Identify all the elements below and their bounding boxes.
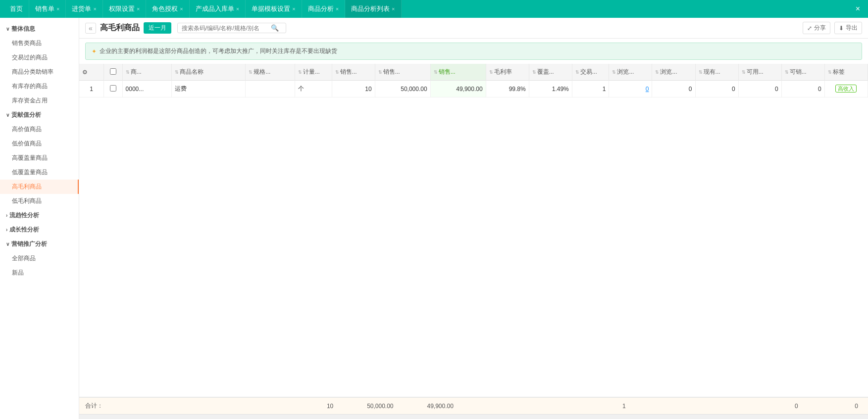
- nav-close-purchase[interactable]: ×: [93, 6, 96, 12]
- search-box: 🔍: [177, 23, 286, 33]
- nav-close-roles[interactable]: ×: [180, 6, 183, 12]
- td-code: 0000...: [122, 81, 172, 97]
- sidebar-group-marketing[interactable]: ∨ 营销推广分析: [0, 237, 79, 251]
- sidebar-item-high-value[interactable]: 高价值商品: [0, 122, 79, 137]
- td-sellable-stock: 0: [781, 81, 824, 97]
- close-all-tabs[interactable]: ×: [852, 2, 864, 15]
- th-coverage[interactable]: ⇅覆盖...: [529, 64, 572, 81]
- td-available-stock: 0: [738, 81, 781, 97]
- th-sales-cost[interactable]: ⇅销售...: [430, 64, 486, 81]
- th-pageviews-a[interactable]: ⇅浏览...: [609, 64, 652, 81]
- td-name: 运费: [172, 81, 246, 97]
- nav-item-products[interactable]: 产成品入库单 ×: [190, 0, 246, 18]
- bottom-scrollbar[interactable]: [79, 414, 868, 419]
- nav-close-sales[interactable]: ×: [56, 6, 59, 12]
- td-unit: 个: [295, 81, 332, 97]
- sidebar-collapse-button[interactable]: «: [85, 23, 96, 34]
- th-current-stock[interactable]: ⇅现有...: [695, 64, 738, 81]
- td-gross-margin: 99.8%: [486, 81, 529, 97]
- content-panel: « 高毛利商品 近一月 🔍 ⤢ 分享 ⬇ 导出 ✦ 企业的主要的利润都是这部分商…: [79, 18, 868, 419]
- td-transactions: 1: [572, 81, 609, 97]
- th-checkbox: [104, 64, 122, 81]
- nav-item-home[interactable]: 首页: [4, 0, 29, 18]
- th-transactions[interactable]: ⇅交易...: [572, 64, 609, 81]
- footer-cell-empty3: [630, 403, 742, 410]
- select-all-checkbox[interactable]: [110, 68, 116, 75]
- footer-cell-sales-qty: 10: [277, 403, 337, 410]
- nav-item-purchase[interactable]: 进货单 ×: [66, 0, 102, 18]
- th-pageviews-b[interactable]: ⇅浏览...: [652, 64, 695, 81]
- sidebar-group-growth[interactable]: › 成长性分析: [0, 223, 79, 237]
- sidebar-item-category-assist[interactable]: 商品分类助销率: [0, 65, 79, 79]
- th-tag[interactable]: ⇅标签: [824, 64, 868, 81]
- nav-close-permissions[interactable]: ×: [137, 6, 140, 12]
- nav-close-analysis[interactable]: ×: [336, 6, 339, 12]
- footer-cells: 10 50,000.00 49,900.00 1 0 0: [113, 403, 862, 410]
- td-tag: 高收入: [824, 81, 868, 97]
- sidebar-item-low-coverage[interactable]: 低覆盖量商品: [0, 165, 79, 180]
- arrow-trend: ›: [6, 213, 7, 218]
- th-unit[interactable]: ⇅计量...: [295, 64, 332, 81]
- top-nav: 首页 销售单 × 进货单 × 权限设置 × 角色授权 × 产成品入库单 × 单据…: [0, 0, 868, 18]
- td-sales-cost: 49,900.00: [430, 81, 486, 97]
- sidebar-item-sales-goods[interactable]: 销售类商品: [0, 36, 79, 50]
- sidebar-group-trend[interactable]: › 流趋性分析: [0, 208, 79, 223]
- sidebar-item-high-margin[interactable]: 高毛利商品: [0, 180, 79, 194]
- th-settings[interactable]: ⚙: [79, 64, 104, 81]
- nav-item-permissions[interactable]: 权限设置 ×: [103, 0, 146, 18]
- nav-item-template[interactable]: 单据模板设置 ×: [246, 0, 302, 18]
- footer-bar: 合计： 10 50,000.00 49,900.00 1 0: [79, 397, 868, 414]
- sidebar-group-overall[interactable]: ∨ 整体信息: [0, 22, 79, 36]
- sidebar-item-all-goods[interactable]: 全部商品: [0, 251, 79, 266]
- share-button[interactable]: ⤢ 分享: [803, 22, 830, 34]
- th-name[interactable]: ⇅商品名称: [172, 64, 246, 81]
- th-available-stock[interactable]: ⇅可用...: [738, 64, 781, 81]
- sidebar-group-contribution[interactable]: ∨ 贡献值分析: [0, 108, 79, 122]
- arrow-growth: ›: [6, 227, 7, 233]
- sidebar-item-in-stock[interactable]: 有库存的商品: [0, 79, 79, 93]
- td-checkbox: [104, 81, 122, 97]
- footer-cell-empty2: [458, 403, 570, 410]
- share-icon: ⤢: [807, 25, 812, 32]
- nav-item-analysis[interactable]: 商品分析 ×: [302, 0, 345, 18]
- footer-cell-current-stock: 0: [742, 403, 802, 410]
- footer-cell-sales-amount: 50,000.00: [337, 403, 397, 410]
- nav-item-sales[interactable]: 销售单 ×: [29, 0, 66, 18]
- info-icon: ✦: [92, 48, 97, 55]
- sidebar-item-new-goods[interactable]: 新品: [0, 266, 79, 280]
- nav-close-template[interactable]: ×: [292, 6, 295, 12]
- footer-cell-sales-cost: 49,900.00: [398, 403, 458, 410]
- sidebar-item-high-coverage[interactable]: 高覆盖量商品: [0, 151, 79, 165]
- arrow-contribution: ∨: [6, 112, 9, 118]
- footer-label: 合计：: [85, 402, 103, 410]
- sidebar-item-low-margin[interactable]: 低毛利商品: [0, 194, 79, 208]
- th-sales-amount[interactable]: ⇅销售...: [375, 64, 430, 81]
- sidebar: ∨ 整体信息 销售类商品 交易过的商品 商品分类助销率 有库存的商品 库存资金占…: [0, 18, 79, 419]
- table-container[interactable]: ⚙ ⇅商... ⇅商品名称 ⇅规格...: [79, 64, 868, 397]
- th-code[interactable]: ⇅商...: [122, 64, 172, 81]
- tag-high-income: 高收入: [835, 85, 857, 93]
- content-header: « 高毛利商品 近一月 🔍 ⤢ 分享 ⬇ 导出: [79, 18, 868, 39]
- data-table: ⚙ ⇅商... ⇅商品名称 ⇅规格...: [79, 64, 868, 97]
- nav-close-analysis-list[interactable]: ×: [392, 6, 395, 12]
- search-input[interactable]: [182, 25, 271, 32]
- sidebar-item-low-value[interactable]: 低价值商品: [0, 137, 79, 151]
- th-sales-qty[interactable]: ⇅销售...: [332, 64, 375, 81]
- th-gross-margin[interactable]: ⇅毛利率: [486, 64, 529, 81]
- sidebar-item-traded-goods[interactable]: 交易过的商品: [0, 50, 79, 65]
- th-spec[interactable]: ⇅规格...: [246, 64, 295, 81]
- arrow-marketing: ∨: [6, 241, 9, 247]
- table-row: 1 0000... 运费: [79, 81, 868, 97]
- search-icon[interactable]: 🔍: [271, 24, 279, 32]
- page-title: 高毛利商品: [100, 23, 140, 33]
- time-filter-button[interactable]: 近一月: [144, 22, 171, 34]
- sidebar-item-stock-funds[interactable]: 库存资金占用: [0, 93, 79, 108]
- pageviews-link[interactable]: 0: [646, 86, 649, 93]
- nav-item-roles[interactable]: 角色授权 ×: [146, 0, 189, 18]
- nav-item-analysis-list[interactable]: 商品分析列表 ×: [345, 0, 401, 18]
- export-button[interactable]: ⬇ 导出: [834, 22, 862, 34]
- th-sellable-stock[interactable]: ⇅可销...: [781, 64, 824, 81]
- nav-close-products[interactable]: ×: [236, 6, 239, 12]
- export-icon: ⬇: [839, 25, 844, 32]
- row-checkbox[interactable]: [110, 85, 116, 92]
